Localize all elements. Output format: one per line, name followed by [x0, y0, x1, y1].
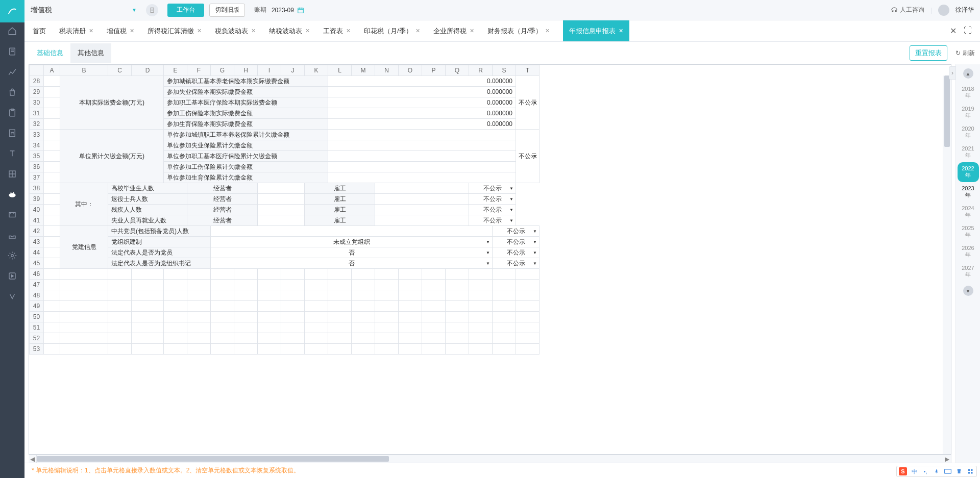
- tab-close[interactable]: ✕: [619, 28, 623, 34]
- tab-close[interactable]: ✕: [251, 28, 256, 34]
- nav-inbox-icon[interactable]: [7, 209, 18, 220]
- ime-skin-icon[interactable]: [955, 467, 963, 475]
- tab-税表清册[interactable]: 税表清册✕: [59, 20, 93, 41]
- consult-link[interactable]: 人工咨询: [891, 6, 924, 14]
- subtab-other[interactable]: 其他信息: [70, 43, 111, 63]
- tab-close[interactable]: ✕: [130, 28, 134, 34]
- svg-rect-11: [298, 8, 304, 12]
- tab-expand[interactable]: ⛶: [964, 26, 972, 36]
- ime-mic-icon[interactable]: [933, 467, 941, 475]
- reset-button[interactable]: 重置报表: [910, 45, 947, 61]
- year-2022年[interactable]: 2022年: [958, 162, 979, 182]
- svg-rect-13: [945, 469, 951, 473]
- tab-税负波动表[interactable]: 税负波动表✕: [215, 20, 256, 41]
- year-up[interactable]: ▲: [963, 68, 973, 79]
- app-logo: [5, 4, 19, 18]
- tab-印花税（月/季）[interactable]: 印花税（月/季）✕: [364, 20, 420, 41]
- svg-point-7: [13, 192, 14, 193]
- panel-collapse[interactable]: ›: [949, 66, 956, 80]
- year-2020年[interactable]: 2020年: [958, 122, 979, 142]
- nav-gear-icon[interactable]: [7, 250, 18, 261]
- tab-年报信息申报表[interactable]: 年报信息申报表✕: [563, 20, 629, 41]
- ime-kbd-icon[interactable]: [944, 467, 952, 475]
- switch-old-button[interactable]: 切到旧版: [209, 4, 245, 17]
- footer-bar: * 单元格编辑说明：1、点击单元格直接录入数值或文本。2、清空单元格数值或文本恢…: [24, 463, 980, 478]
- tab-close[interactable]: ✕: [545, 28, 550, 34]
- year-2018年[interactable]: 2018年: [958, 83, 979, 103]
- top-bar: 增值税 ▼ 工作台 切到旧版 账期 2023-09 人工咨询 | 徐泽: [24, 0, 980, 20]
- ime-cn-icon[interactable]: 中: [910, 467, 918, 475]
- nav-play-icon[interactable]: [7, 270, 18, 282]
- year-2026年[interactable]: 2026年: [958, 242, 979, 262]
- tab-close[interactable]: ✕: [89, 28, 93, 34]
- nav-doc-icon[interactable]: [7, 46, 18, 57]
- ime-tools-icon[interactable]: [966, 467, 974, 475]
- left-sidebar: [0, 0, 24, 478]
- year-2021年[interactable]: 2021年: [958, 142, 979, 162]
- scroll-right[interactable]: ▶: [943, 455, 951, 463]
- module-dropdown[interactable]: 增值税 ▼: [31, 6, 137, 15]
- tab-首页[interactable]: 首页: [33, 20, 46, 41]
- tab-财务报表（月/季）[interactable]: 财务报表（月/季）✕: [487, 20, 550, 41]
- ime-punct-icon[interactable]: •,: [921, 467, 929, 475]
- year-2027年[interactable]: 2027年: [958, 262, 979, 282]
- tabs-bar: 首页税表清册✕增值税✕所得税汇算清缴✕税负波动表✕纳税波动表✕工资表✕印花税（月…: [24, 20, 980, 42]
- chevron-down-icon: ▼: [132, 7, 137, 13]
- refresh-button[interactable]: ↻ 刷新: [955, 49, 975, 58]
- svg-rect-8: [9, 213, 15, 217]
- tab-close-all[interactable]: ✕: [950, 26, 957, 36]
- refresh-icon: ↻: [955, 49, 961, 57]
- scroll-left[interactable]: ◀: [29, 455, 37, 463]
- tab-所得税汇算清缴[interactable]: 所得税汇算清缴✕: [148, 20, 202, 41]
- workspace-button[interactable]: 工作台: [167, 4, 204, 17]
- tab-close[interactable]: ✕: [305, 28, 310, 34]
- tab-close[interactable]: ✕: [415, 28, 420, 34]
- ime-toolbar: S 中 •,: [896, 466, 977, 477]
- year-2019年[interactable]: 2019年: [958, 103, 979, 122]
- nav-bag-icon[interactable]: [7, 87, 18, 98]
- horizontal-scrollbar[interactable]: [37, 455, 943, 463]
- nav-clipboard-icon[interactable]: [7, 107, 18, 118]
- svg-rect-3: [10, 130, 15, 137]
- year-down[interactable]: ▼: [963, 286, 973, 296]
- tab-纳税波动表[interactable]: 纳税波动表✕: [269, 20, 310, 41]
- svg-rect-12: [936, 469, 938, 472]
- period-label: 账期: [254, 6, 266, 14]
- year-2024年[interactable]: 2024年: [958, 202, 979, 222]
- svg-rect-17: [971, 472, 973, 474]
- period-value[interactable]: 2023-09: [272, 7, 294, 14]
- tab-close[interactable]: ✕: [197, 28, 202, 34]
- tab-企业所得税[interactable]: 企业所得税✕: [433, 20, 474, 41]
- tab-close[interactable]: ✕: [346, 28, 351, 34]
- svg-point-5: [9, 193, 15, 197]
- nav-chart-icon[interactable]: [7, 66, 18, 78]
- year-2023年[interactable]: 2023年: [958, 182, 979, 202]
- footer-tip: * 单元格编辑说明：1、点击单元格直接录入数值或文本。2、清空单元格数值或文本恢…: [32, 466, 300, 475]
- nav-text-icon[interactable]: [7, 148, 18, 159]
- svg-rect-14: [968, 469, 970, 471]
- tab-工资表[interactable]: 工资表✕: [323, 20, 351, 41]
- nav-calc-icon[interactable]: [7, 128, 18, 139]
- spreadsheet[interactable]: ABCDEFGHIJKLMNOPQRST28本期实际缴费金额(万元)参加城镇职工…: [29, 64, 951, 455]
- sub-bar: 基础信息 其他信息 重置报表 ↻ 刷新: [24, 42, 980, 64]
- nav-tray-icon[interactable]: [7, 230, 18, 241]
- tab-close[interactable]: ✕: [470, 28, 474, 34]
- svg-rect-16: [968, 472, 970, 474]
- svg-rect-15: [971, 469, 973, 471]
- nav-grid-icon[interactable]: [7, 168, 18, 180]
- year-panel: › ▲ 2018年2019年2020年2021年2022年2023年2024年2…: [955, 64, 980, 463]
- avatar[interactable]: [938, 5, 949, 16]
- calendar-icon[interactable]: [297, 7, 304, 14]
- year-2025年[interactable]: 2025年: [958, 222, 979, 242]
- user-name: 徐泽华: [955, 6, 974, 14]
- svg-point-9: [11, 255, 14, 257]
- ime-s-icon[interactable]: S: [899, 467, 907, 475]
- notes-button[interactable]: [146, 4, 158, 16]
- nav-active-icon[interactable]: [7, 189, 18, 200]
- nav-v-icon[interactable]: [7, 291, 18, 302]
- vertical-scrollbar[interactable]: [943, 76, 951, 454]
- tab-增值税[interactable]: 增值税✕: [107, 20, 134, 41]
- svg-point-6: [11, 192, 12, 193]
- subtab-basic[interactable]: 基础信息: [30, 43, 70, 63]
- nav-home-icon[interactable]: [7, 26, 18, 37]
